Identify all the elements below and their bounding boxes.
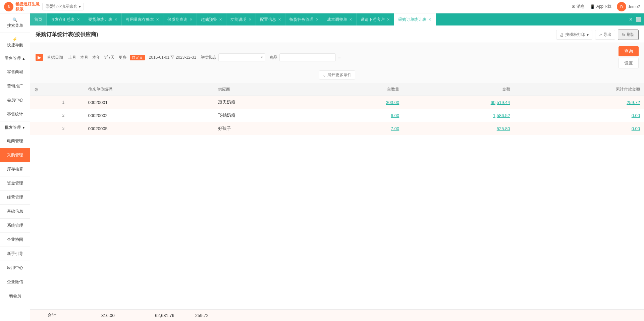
sidebar-item-retail-shop[interactable]: 零售商城: [0, 65, 30, 79]
sidebar-item-label: 新手引导: [7, 251, 23, 257]
tab-label: 要货单统计表: [88, 17, 112, 22]
sidebar-item-member[interactable]: 会员中心: [0, 93, 30, 107]
td-settings: [30, 122, 43, 135]
td-paid[interactable]: 0.00: [514, 122, 644, 135]
td-num: 3: [43, 122, 84, 135]
td-amount[interactable]: 60,519.44: [403, 96, 514, 109]
sidebar-item-ecommerce[interactable]: 电商管理: [0, 134, 30, 148]
sidebar-item-retail-mgmt[interactable]: 零售管理 ▲: [0, 52, 30, 65]
message-action[interactable]: ✉ 消息: [572, 4, 585, 9]
tab-close-icon[interactable]: ✕: [387, 17, 390, 22]
sidebar-item-retail-stats[interactable]: 零售统计: [0, 107, 30, 121]
sidebar-item-inventory[interactable]: 库存核算: [0, 162, 30, 176]
tab-close-icon[interactable]: ✕: [114, 17, 117, 22]
template-print-button[interactable]: 🖨 按模板打印 ▾: [556, 30, 592, 40]
chevron-down-icon: ▾: [79, 4, 81, 9]
tab-close-icon[interactable]: ✕: [278, 17, 281, 22]
sidebar-item-label: 零售统计: [7, 111, 23, 117]
goods-input[interactable]: [279, 53, 336, 61]
sidebar-item-purchase[interactable]: 采购管理: [0, 148, 30, 162]
td-paid[interactable]: 259.72: [514, 96, 644, 109]
user-area[interactable]: D demo2: [617, 2, 640, 11]
tab-label: 成本调整单: [327, 17, 347, 22]
td-qty[interactable]: 6.00: [317, 109, 403, 122]
tab-label: 超储预警: [201, 17, 217, 22]
export-button[interactable]: ↗ 导出: [595, 30, 615, 40]
shortcut-7days[interactable]: 近7天: [103, 54, 116, 61]
app-logo-icon: 6: [4, 2, 13, 11]
sidebar-item-vip[interactable]: 畅会员: [0, 289, 30, 303]
settings-button[interactable]: 设置: [619, 58, 639, 68]
tab-purchase-order-stats[interactable]: 采购订单统计表 ✕: [394, 13, 436, 25]
shortcut-this-month[interactable]: 本月: [79, 54, 89, 61]
sidebar-item-guide[interactable]: 新手引导: [0, 247, 30, 261]
tab-close-icon[interactable]: ✕: [349, 17, 352, 22]
custom-date-badge[interactable]: 自定义: [130, 55, 145, 60]
column-settings-icon[interactable]: ⚙: [34, 87, 39, 92]
expand-icon: ▼: [22, 126, 25, 129]
status-select[interactable]: [218, 53, 265, 61]
filter-secondary-row: ⌄ 展开更多条件: [36, 68, 639, 79]
close-window-icon[interactable]: ✕: [629, 17, 633, 22]
td-paid[interactable]: 0.00: [514, 109, 644, 122]
tab-config-info[interactable]: 配置信息 ✕: [256, 13, 285, 25]
tab-receive-summary[interactable]: 收发存汇总表 ✕: [47, 13, 84, 25]
sidebar-item-system[interactable]: 系统管理: [0, 219, 30, 233]
td-code: 00020002: [84, 109, 214, 122]
app-download-action[interactable]: 📱 App下载: [590, 4, 611, 9]
refresh-button[interactable]: ↻ 刷新: [618, 30, 639, 40]
td-qty[interactable]: 7.00: [317, 122, 403, 135]
tab-close-icon[interactable]: ✕: [190, 17, 193, 22]
shortcut-more[interactable]: 更多: [118, 54, 128, 61]
footer-paid: 259.72: [195, 313, 235, 318]
filter-toggle-button[interactable]: ▶: [36, 54, 43, 61]
tab-function-desc[interactable]: 功能说明 ✕: [226, 13, 256, 25]
tab-overstock-warning[interactable]: 超储预警 ✕: [197, 13, 226, 25]
sidebar-item-label: 应用中心: [7, 265, 23, 271]
shortcut-this-year[interactable]: 本年: [91, 54, 101, 61]
data-table: ⚙ 往来单位编码 供应商 主数量 金额 累计付款金额 1 000200: [30, 83, 644, 135]
th-supplier: 供应商: [214, 83, 317, 96]
shortcut-last-month[interactable]: 上月: [67, 54, 77, 61]
maximize-window-icon[interactable]: ⬜: [636, 17, 641, 22]
tab-close-icon[interactable]: ✕: [156, 17, 159, 22]
tab-pick-task[interactable]: 拣货任务管理 ✕: [285, 13, 323, 25]
td-num: 1: [43, 96, 84, 109]
app-logo-text: 畅捷通好生意 标版: [15, 2, 40, 11]
page-header: 采购订单统计表(按供应商) 🖨 按模板打印 ▾ ↗ 导出 ↻ 刷新: [30, 25, 644, 43]
sidebar-item-operations[interactable]: 经营管理: [0, 191, 30, 205]
tab-close-icon[interactable]: ✕: [428, 17, 431, 22]
sidebar-item-enterprise-wechat[interactable]: 企业微信: [0, 275, 30, 289]
td-code: 00020001: [84, 96, 214, 109]
tab-close-icon[interactable]: ✕: [249, 17, 252, 22]
tab-available-inventory[interactable]: 可用量库存账本 ✕: [122, 13, 163, 25]
sidebar-item-finance[interactable]: 资金管理: [0, 176, 30, 191]
sidebar-item-enterprise[interactable]: 企业协同: [0, 233, 30, 247]
sidebar-item-search[interactable]: 🔍 搜索菜单: [0, 13, 30, 33]
footer-amount: 62,631.76: [155, 313, 195, 318]
td-amount[interactable]: 1,586.52: [403, 109, 514, 122]
sidebar-item-quick-nav[interactable]: ⚡ 快捷导航: [0, 33, 30, 52]
tab-cost-adjust[interactable]: 成本调整单 ✕: [323, 13, 357, 25]
tab-label: 收发存汇总表: [51, 17, 75, 22]
tab-order-stats[interactable]: 要货单统计表 ✕: [84, 13, 122, 25]
tab-close-icon[interactable]: ✕: [219, 17, 222, 22]
td-amount[interactable]: 525.80: [403, 122, 514, 135]
tab-home[interactable]: 首页: [30, 13, 47, 25]
page-content: 采购订单统计表(按供应商) 🖨 按模板打印 ▾ ↗ 导出 ↻ 刷新: [30, 25, 644, 321]
tab-invite-downstream[interactable]: 邀请下游客户 ✕: [357, 13, 394, 25]
tab-warranty-query[interactable]: 保质期查询 ✕: [163, 13, 197, 25]
chevron-down-icon: ⌄: [323, 73, 326, 77]
sidebar-item-basic-info[interactable]: 基础信息: [0, 205, 30, 219]
workspace-selector[interactable]: 母婴行业演示账套 ▾: [42, 3, 84, 10]
tab-close-icon[interactable]: ✕: [77, 17, 80, 22]
query-button[interactable]: 查询: [619, 46, 639, 56]
date-filter-label: 单据日期: [47, 55, 63, 60]
sidebar-item-app-center[interactable]: 应用中心: [0, 261, 30, 275]
sidebar-item-marketing[interactable]: 营销推广: [0, 79, 30, 93]
tab-close-icon[interactable]: ✕: [316, 17, 319, 22]
td-qty[interactable]: 303.00: [317, 96, 403, 109]
status-select-wrapper: [218, 53, 265, 61]
sidebar-item-wholesale[interactable]: 批发管理 ▼: [0, 121, 30, 134]
expand-more-button[interactable]: ⌄ 展开更多条件: [319, 70, 355, 79]
